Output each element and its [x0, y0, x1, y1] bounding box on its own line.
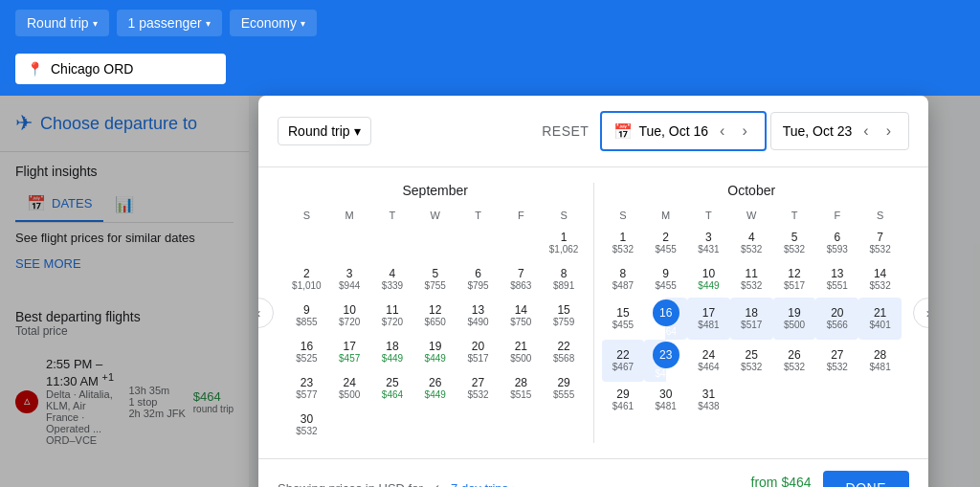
calendar-day-cell[interactable]: 4$532 — [730, 225, 773, 261]
calendar-day-cell[interactable]: 21$500 — [500, 334, 543, 370]
calendar-day-cell[interactable]: 7$532 — [858, 225, 902, 261]
calendar-trip-type-arrow: ▾ — [354, 123, 361, 139]
calendar-day-cell[interactable]: 27$532 — [457, 370, 500, 407]
calendar-day-cell[interactable]: 10$720 — [328, 298, 371, 334]
calendar-day-cell[interactable]: 10$449 — [687, 261, 730, 298]
calendar-day-cell[interactable]: 1$1,062 — [543, 225, 586, 261]
calendar-day-cell[interactable]: 15$455 — [602, 298, 645, 340]
calendar-day-cell[interactable]: 22$467 — [602, 340, 645, 382]
calendar-day-cell[interactable]: 18$449 — [371, 334, 414, 370]
calendar-day-cell[interactable]: 22$568 — [543, 334, 586, 370]
calendar-day-cell[interactable]: 18$517 — [730, 298, 773, 340]
reset-button[interactable]: RESET — [542, 123, 589, 139]
calendar-day-cell[interactable]: 21$401 — [858, 298, 902, 340]
calendar-day-cell[interactable]: 28$515 — [500, 370, 543, 407]
calendar-day-cell — [457, 225, 500, 261]
calendar-day-cell[interactable]: 13$490 — [457, 298, 500, 334]
calendar-day-cell[interactable]: 26$449 — [413, 370, 457, 407]
calendar-day-cell[interactable]: 25$532 — [730, 340, 773, 382]
from-price-info: from $464 round trip price — [741, 475, 811, 487]
passengers-selector[interactable]: 1 passenger ▾ — [117, 10, 222, 36]
calendar-day-cell[interactable]: 25$464 — [371, 370, 414, 407]
calendar-header: Round trip ▾ RESET 📅 Tue, Oct 16 ‹ › Tue… — [258, 96, 928, 167]
origin-value: Chicago ORD — [51, 61, 133, 77]
done-button[interactable]: DONE — [823, 471, 909, 487]
calendar-day-cell[interactable]: 13$551 — [815, 261, 858, 298]
calendar-body: September SMTWTFS1$1,0622$1,0103$9444$33… — [258, 167, 928, 458]
calendar-day-cell[interactable]: 8$487 — [602, 261, 645, 298]
trips-prev-btn[interactable]: ‹ — [429, 476, 445, 487]
calendar-day-cell[interactable]: 7$863 — [500, 261, 543, 298]
calendar-day-cell[interactable]: 14$532 — [858, 261, 902, 298]
calendar-day-cell[interactable]: 30$481 — [644, 382, 687, 418]
end-date-next[interactable]: › — [880, 119, 897, 144]
calendar-day-cell[interactable]: 11$720 — [371, 298, 414, 334]
calendar-day-cell[interactable]: 1$532 — [602, 225, 645, 261]
calendar-day-cell[interactable]: 3$431 — [687, 225, 730, 261]
calendar-day-cell[interactable]: 24$500 — [328, 370, 371, 407]
calendar-trip-type-label: Round trip — [288, 123, 350, 139]
passengers-arrow: ▾ — [206, 18, 211, 29]
calendar-icon-start: 📅 — [613, 122, 633, 141]
calendar-day-cell[interactable]: 11$532 — [730, 261, 773, 298]
calendar-day-cell[interactable]: 29$461 — [602, 382, 645, 418]
day-header: T — [371, 206, 414, 225]
calendar-day-cell[interactable]: 4$339 — [371, 261, 414, 298]
day-header: S — [285, 206, 328, 225]
september-grid: SMTWTFS1$1,0622$1,0103$9444$3395$7556$79… — [285, 206, 586, 443]
calendar-day-cell[interactable]: 3$944 — [328, 261, 371, 298]
calendar-trip-type[interactable]: Round trip ▾ — [278, 117, 371, 145]
calendar-day-cell[interactable]: 9$855 — [285, 298, 328, 334]
day-trips-value: 7 day trips — [451, 481, 508, 488]
day-header: T — [687, 206, 730, 225]
calendar-day-cell[interactable]: 19$500 — [773, 298, 816, 340]
cabin-arrow: ▾ — [301, 18, 305, 29]
calendar-day-cell[interactable]: 14$750 — [500, 298, 543, 334]
calendar-day-cell[interactable]: 23$577 — [285, 370, 328, 407]
trip-type-selector[interactable]: Round trip ▾ — [15, 10, 109, 36]
day-header: T — [773, 206, 816, 225]
september-title: September — [285, 183, 586, 198]
calendar-day-cell[interactable]: 20$517 — [457, 334, 500, 370]
calendar-day-cell[interactable]: 2$1,010 — [285, 261, 328, 298]
calendar-day-cell[interactable]: 8$891 — [543, 261, 586, 298]
showing-label: Showing prices in USD for — [278, 481, 423, 488]
calendar-day-cell[interactable]: 27$532 — [815, 340, 858, 382]
calendar-day-cell[interactable]: 2$455 — [644, 225, 687, 261]
calendar-day-cell[interactable]: 17$481 — [687, 298, 730, 340]
origin-input[interactable]: 📍 Chicago ORD — [15, 54, 226, 84]
cabin-label: Economy — [241, 15, 297, 31]
end-date-input[interactable]: Tue, Oct 23 ‹ › — [770, 112, 909, 150]
day-header: F — [500, 206, 543, 225]
calendar-day-cell[interactable]: 6$795 — [457, 261, 500, 298]
calendar-day-cell[interactable]: 17$457 — [328, 334, 371, 370]
calendar-day-cell[interactable]: 16$525 — [285, 334, 328, 370]
calendar-day-cell[interactable]: 5$755 — [413, 261, 457, 298]
calendar-day-cell[interactable]: 9$455 — [644, 261, 687, 298]
calendar-day-cell[interactable]: 30$532 — [285, 407, 328, 443]
start-date-next[interactable]: › — [736, 119, 752, 144]
calendar-day-cell[interactable]: 5$532 — [773, 225, 816, 261]
calendar-day-cell[interactable]: 16$464 — [644, 298, 687, 340]
search-bar: 📍 Chicago ORD — [0, 46, 980, 96]
calendar-day-cell[interactable]: 19$449 — [413, 334, 457, 370]
calendar-day-cell[interactable]: 23$464 — [644, 340, 687, 382]
calendar-day-cell[interactable]: 6$593 — [815, 225, 858, 261]
cabin-selector[interactable]: Economy ▾ — [230, 10, 317, 36]
calendar-day-cell[interactable]: 26$532 — [773, 340, 816, 382]
calendar-day-cell[interactable]: 12$650 — [413, 298, 457, 334]
day-header: W — [730, 206, 773, 225]
calendar-day-cell — [285, 225, 328, 261]
day-trips-selector[interactable]: 7 day trips › — [451, 481, 516, 488]
start-date-prev[interactable]: ‹ — [714, 119, 730, 144]
calendar-modal: Round trip ▾ RESET 📅 Tue, Oct 16 ‹ › Tue… — [258, 96, 928, 487]
end-date-prev[interactable]: ‹ — [858, 119, 874, 144]
calendar-day-cell[interactable]: 15$759 — [543, 298, 586, 334]
calendar-day-cell[interactable]: 28$481 — [858, 340, 902, 382]
calendar-day-cell[interactable]: 24$464 — [687, 340, 730, 382]
calendar-day-cell[interactable]: 31$438 — [687, 382, 730, 418]
calendar-day-cell[interactable]: 29$555 — [543, 370, 586, 407]
start-date-input[interactable]: 📅 Tue, Oct 16 ‹ › — [600, 111, 766, 151]
calendar-day-cell[interactable]: 20$566 — [815, 298, 858, 340]
calendar-day-cell[interactable]: 12$517 — [773, 261, 816, 298]
